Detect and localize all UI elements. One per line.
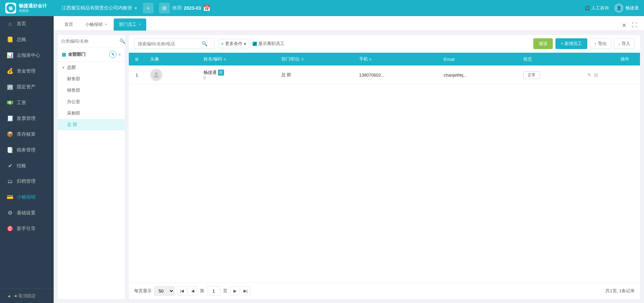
- period-label: 账期: [172, 5, 182, 11]
- support-button[interactable]: 🎧 人工咨询: [585, 5, 609, 11]
- tab-dept-emp-close-icon[interactable]: ×: [139, 22, 141, 27]
- dept-item-zongbu[interactable]: 总 部: [58, 119, 125, 130]
- dept-item-caigou[interactable]: 采购部: [58, 107, 125, 119]
- last-page-button[interactable]: ▶|: [241, 286, 250, 296]
- cancel-fixed-label: ◄ 取消固定: [13, 293, 36, 299]
- dept-item-caiwu[interactable]: 财务部: [58, 73, 125, 85]
- add-emp-label: + 新增员工: [561, 41, 582, 47]
- tab-expense[interactable]: 小畅报销 ×: [80, 18, 112, 31]
- page-content: 🔍 ▦ 全部部门 ✎ « ▼ 总部 财务部 销售部 办公室 采购部: [54, 31, 644, 303]
- user-avatar: 👤: [614, 3, 624, 13]
- sidebar-label-payroll: 工资: [17, 100, 26, 106]
- dept-collapse-icon[interactable]: «: [118, 52, 121, 57]
- assets-mgmt-icon: 💰: [7, 68, 13, 74]
- sidebar-label-settings: 基础设置: [17, 210, 36, 216]
- settings-button[interactable]: ⚙: [159, 3, 170, 13]
- row-phone: 138070602...: [354, 66, 438, 85]
- col-phone[interactable]: 手机 ⇅: [354, 53, 438, 66]
- sidebar-item-ledger[interactable]: 📒 总账: [0, 32, 54, 47]
- sidebar-item-invoice[interactable]: 🧾 发票管理: [0, 111, 54, 126]
- sidebar-item-home[interactable]: ⌂ 首页: [0, 16, 54, 32]
- first-page-button[interactable]: |◀: [177, 286, 186, 296]
- tab-dept-emp[interactable]: 部门员工 ×: [114, 18, 146, 31]
- dept-group-zongbu[interactable]: ▼ 总部: [58, 62, 125, 73]
- sidebar-item-reports[interactable]: 📊 云报表中心: [0, 47, 54, 63]
- col-avatar: 头像: [145, 53, 198, 66]
- company-selector[interactable]: 江西服宝精品有限责任公司内账张 ▼: [62, 5, 138, 11]
- show-resigned-checkbox[interactable]: [253, 42, 257, 46]
- more-filter-button[interactable]: ≡ 更多条件 ▾: [218, 39, 249, 48]
- headset-icon: 🎧: [585, 6, 590, 11]
- period-value: 2023-03: [184, 5, 201, 11]
- company-name: 江西服宝精品有限责任公司内账张: [62, 5, 132, 11]
- dept-group-label: 总部: [67, 64, 76, 71]
- col-gear[interactable]: ⚙: [129, 53, 145, 66]
- sort-name-icon: ⇅: [223, 57, 226, 61]
- row-avatar-cell: [145, 66, 198, 85]
- col-name-code[interactable]: 姓名/编码 ⇅: [198, 53, 276, 66]
- tab-expense-close-icon[interactable]: ×: [105, 22, 107, 27]
- sidebar-item-close[interactable]: ✔ 结账: [0, 158, 54, 174]
- delete-employee-button[interactable]: ⊟: [594, 72, 598, 78]
- sidebar-item-inventory[interactable]: 📦 库存核算: [0, 126, 54, 142]
- tab-home[interactable]: 首页: [59, 18, 78, 31]
- dept-edit-button[interactable]: ✎: [109, 51, 116, 58]
- employee-toolbar: 🔍 ≡ 更多条件 ▾ 显示离职员工 邀请 + 新增员工: [129, 35, 640, 53]
- import-button[interactable]: ↓ 导入: [614, 38, 635, 49]
- next-page-button[interactable]: ▶: [230, 286, 239, 296]
- sidebar-label-archive: 归档管理: [17, 178, 36, 184]
- sidebar-item-assets-mgmt[interactable]: 💰 资金管理: [0, 63, 54, 79]
- app-name: 畅捷通好会计: [19, 3, 47, 9]
- sidebar-item-payroll[interactable]: 💵 工资: [0, 95, 54, 111]
- page-di-label: 第: [200, 288, 204, 294]
- dept-search-icon[interactable]: 🔍: [119, 38, 125, 44]
- content-area: 首页 小畅报销 × 部门员工 × ✕ ⛶ 🔍: [54, 16, 644, 303]
- col-dept-position-label: 部门/职位: [281, 56, 300, 61]
- dept-item-xiaoshou[interactable]: 销售部: [58, 85, 125, 96]
- invoice-icon: 🧾: [7, 115, 13, 122]
- page-number-input[interactable]: [207, 286, 220, 296]
- sidebar-item-fixed-assets[interactable]: 🏢 固定资产: [0, 79, 54, 95]
- sidebar-item-archive[interactable]: 🗂 归档管理: [0, 174, 54, 189]
- sidebar-item-guide[interactable]: 🎯 新手引导: [0, 221, 54, 236]
- dept-badge: 部: [218, 70, 224, 76]
- filter-arrow-icon: ▾: [244, 41, 246, 46]
- employee-search-icon[interactable]: 🔍: [202, 41, 207, 46]
- show-resigned-area: 显示离职员工: [253, 41, 284, 47]
- page-size-select[interactable]: 50 10 20 100: [154, 286, 174, 296]
- employee-search-wrapper: 🔍: [134, 38, 215, 49]
- header-right: 🎧 人工咨询 👤 畅捷通: [585, 3, 639, 13]
- add-button[interactable]: ＋: [143, 3, 154, 13]
- export-button[interactable]: ↑ 导出: [590, 38, 611, 49]
- sidebar-label-close: 结账: [17, 163, 26, 169]
- pagination-bar: 每页显示 50 10 20 100 |◀ ◀ 第 页 ▶ ▶|: [129, 283, 640, 299]
- tab-close-action[interactable]: ✕: [620, 21, 628, 29]
- employee-search-input[interactable]: [138, 41, 202, 46]
- row-email: chanjethkj...: [438, 66, 518, 85]
- cancel-fixed-button[interactable]: ◄ ◄ 取消固定: [0, 289, 54, 303]
- col-status: 状态: [518, 53, 582, 66]
- dept-search-input[interactable]: [61, 39, 117, 44]
- invite-button[interactable]: 邀请: [533, 38, 553, 49]
- sidebar-item-expense[interactable]: 💳 小畅报销: [0, 189, 54, 205]
- tab-home-label: 首页: [64, 21, 73, 28]
- col-name-code-label: 姓名/编码: [204, 56, 222, 61]
- prev-page-button[interactable]: ◀: [188, 286, 197, 296]
- add-employee-button[interactable]: + 新增员工: [555, 38, 587, 49]
- all-dept-header[interactable]: ▦ 全部部门 ✎ «: [58, 47, 125, 62]
- sort-phone-icon: ⇅: [369, 57, 372, 61]
- calendar-icon[interactable]: 📅: [203, 4, 210, 12]
- user-area[interactable]: 👤 畅捷通: [614, 3, 639, 13]
- tab-expand-action[interactable]: ⛶: [631, 21, 639, 29]
- grid-icon: ▦: [62, 52, 66, 57]
- department-panel: 🔍 ▦ 全部部门 ✎ « ▼ 总部 财务部 销售部 办公室 采购部: [58, 35, 125, 299]
- dept-item-bangong[interactable]: 办公室: [58, 96, 125, 107]
- sidebar-item-tax[interactable]: 📑 税务管理: [0, 142, 54, 158]
- sidebar-label-reports: 云报表中心: [17, 52, 40, 58]
- sidebar-label-guide: 新手引导: [17, 226, 36, 232]
- archive-icon: 🗂: [7, 178, 13, 184]
- sidebar-item-settings[interactable]: ⚙ 基础设置: [0, 205, 54, 221]
- col-dept-position[interactable]: 部门/职位 ⇅: [276, 53, 354, 66]
- row-actions: ✎ ⊟: [582, 66, 640, 85]
- edit-employee-button[interactable]: ✎: [587, 72, 591, 78]
